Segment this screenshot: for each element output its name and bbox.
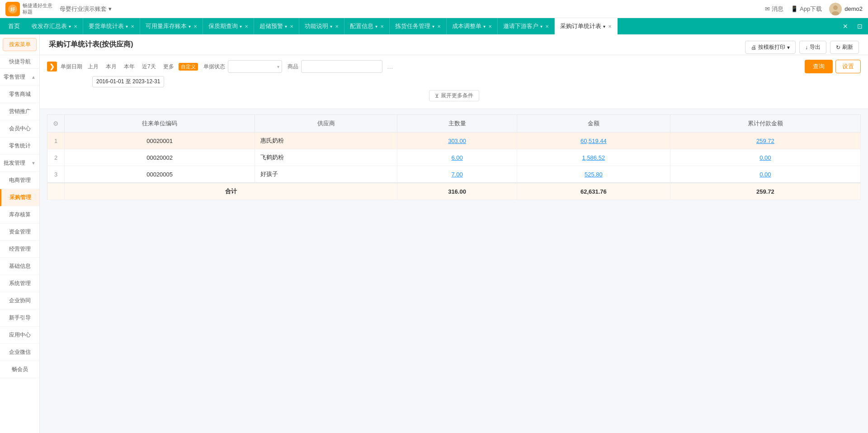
user-name: demo2 — [844, 5, 863, 12]
row-code-3: 00020005 — [65, 166, 255, 183]
filter-action-buttons: 查询 设置 — [805, 60, 861, 73]
nav-close-btn[interactable]: ✕ — [839, 20, 852, 33]
page-title: 采购订单统计表(按供应商) — [49, 40, 133, 49]
query-button[interactable]: 查询 — [805, 60, 833, 73]
workspace-selector[interactable]: 母婴行业演示账套 ▾ — [56, 3, 115, 15]
col-quantity: 主数量 — [397, 115, 517, 133]
data-table: ⚙ 往来单位编码 供应商 主数量 金额 — [47, 114, 861, 200]
sidebar-search-area: 搜索菜单 — [0, 34, 39, 55]
sidebar-item-kucun[interactable]: 库存核算 — [0, 206, 39, 224]
sidebar-item-pifa[interactable]: 批发管理 ▼ — [0, 155, 39, 172]
close-icon[interactable]: ✕ — [545, 24, 549, 29]
tab-peizhi[interactable]: 配置信息 ▾ ✕ — [344, 18, 390, 34]
tab-chaochuyujing[interactable]: 超储预警 ▾ ✕ — [254, 18, 299, 34]
goods-input[interactable] — [301, 60, 382, 73]
search-menu-button[interactable]: 搜索菜单 — [3, 38, 37, 51]
settings-button[interactable]: 设置 — [835, 60, 861, 73]
goods-more-icon[interactable]: … — [385, 63, 395, 70]
sidebar-item-qiyexietong[interactable]: 企业协同 — [0, 292, 39, 309]
close-icon[interactable]: ✕ — [380, 24, 384, 29]
tab-caigou-active[interactable]: 采购订单统计表 ▾ ✕ — [555, 18, 618, 34]
shortcut-7days[interactable]: 近7天 — [139, 62, 159, 71]
date-range-value[interactable]: 2016-01-01 至 2023-12-31 — [92, 76, 164, 87]
print-button[interactable]: 🖨 按模板打印 ▾ — [745, 41, 796, 54]
sidebar-item-qiyeweixin[interactable]: 企业微信 — [0, 344, 39, 361]
close-icon[interactable]: ✕ — [335, 24, 339, 29]
tab-yaoqing[interactable]: 邀请下游客户 ▾ ✕ — [498, 18, 555, 34]
message-button[interactable]: ✉ 消息 — [765, 5, 783, 13]
close-icon[interactable]: ✕ — [488, 24, 492, 29]
close-icon[interactable]: ✕ — [290, 24, 293, 29]
close-icon[interactable]: ✕ — [193, 24, 197, 29]
settings-col-icon[interactable]: ⚙ — [53, 120, 59, 127]
goods-filter-group: 商品 … — [288, 60, 395, 73]
tab-gongneng[interactable]: 功能说明 ▾ ✕ — [299, 18, 344, 34]
tab-chengben[interactable]: 成本调整单 ▾ ✕ — [447, 18, 498, 34]
table-row: 3 00020005 好孩子 7.00 525.80 0.00 — [47, 166, 861, 183]
print-dropdown-icon: ▾ — [787, 44, 790, 51]
sidebar-item-lingshoushanghcheng[interactable]: 零售商城 — [0, 86, 39, 103]
sidebar-item-xinshouyindao[interactable]: 新手引导 — [0, 309, 39, 327]
tab-arrow-icon: ▾ — [330, 24, 332, 29]
sidebar-item-dianshang[interactable]: 电商管理 — [0, 172, 39, 189]
close-icon[interactable]: ✕ — [245, 24, 248, 29]
table-row: 1 00020001 惠氏奶粉 303.00 60,519.44 259.72 — [47, 133, 861, 149]
content-area: 采购订单统计表(按供应商) 🖨 按模板打印 ▾ ↓ 导出 ↻ 刷新 — [40, 34, 868, 433]
date-label: 单据日期 — [61, 63, 82, 71]
tab-home[interactable]: 首页 — [2, 18, 26, 34]
table-footer-row: 合计 316.00 62,631.76 259.72 — [47, 183, 861, 200]
shortcut-last-month[interactable]: 上月 — [85, 62, 101, 71]
footer-empty — [47, 183, 65, 200]
user-profile[interactable]: demo2 — [829, 3, 863, 15]
tab-arrow-icon: ▾ — [540, 24, 542, 29]
sidebar-item-yingyongzhongxin[interactable]: 应用中心 — [0, 327, 39, 344]
tab-yaohuo[interactable]: 要货单统计表 ▾ ✕ — [83, 18, 140, 34]
close-icon[interactable]: ✕ — [608, 24, 612, 29]
sidebar-item-jichuxinxi[interactable]: 基础信息 — [0, 258, 39, 275]
filter-bar: ❯ 单据日期 上月 本月 本年 近7天 更多 自定义 — [40, 55, 868, 109]
sidebar-item-caigou[interactable]: 采购管理 — [0, 189, 39, 206]
status-label: 单据状态 — [203, 63, 225, 71]
shortcut-more[interactable]: 更多 — [160, 62, 177, 71]
row-quantity-2: 6.00 — [397, 149, 517, 166]
toggle-filter-button[interactable]: ❯ — [47, 62, 57, 71]
custom-badge[interactable]: 自定义 — [179, 63, 198, 71]
sidebar-item-jingying[interactable]: 经营管理 — [0, 241, 39, 258]
col-amount: 金额 — [517, 115, 670, 133]
close-icon[interactable]: ✕ — [437, 24, 441, 29]
top-bar-left: 好 畅捷通好生意 标题 母婴行业演示账套 ▾ — [5, 2, 115, 16]
export-button[interactable]: ↓ 导出 — [799, 41, 826, 54]
workspace-arrow-icon: ▾ — [108, 5, 112, 12]
sidebar-item-lingshoutongji[interactable]: 零售统计 — [0, 138, 39, 155]
sidebar-item-zijin[interactable]: 资金管理 — [0, 224, 39, 241]
status-filter-group: 单据状态 已审核 未审核 ▾ — [203, 60, 282, 73]
nav-restore-btn[interactable]: ⊡ — [854, 20, 866, 33]
tab-shoufacun[interactable]: 收发存汇总表 ▾ ✕ — [26, 18, 83, 34]
table-row: 2 00020002 飞鹤奶粉 6.00 1,586.52 0.00 — [47, 149, 861, 166]
quick-nav-button[interactable]: 快捷导航 — [0, 55, 39, 69]
status-select[interactable]: 已审核 未审核 — [228, 60, 282, 73]
row-num-2: 2 — [47, 149, 65, 166]
sidebar-item-yingxiao[interactable]: 营销推广 — [0, 103, 39, 120]
close-icon[interactable]: ✕ — [74, 24, 77, 29]
shortcut-this-month[interactable]: 本月 — [103, 62, 119, 71]
sidebar-item-lingshoupingl[interactable]: 零售管理 ▲ — [0, 69, 39, 86]
svg-point-3 — [833, 5, 838, 10]
tab-kuyongliang[interactable]: 可用量库存账本 ▾ ✕ — [140, 18, 203, 34]
goods-label: 商品 — [288, 63, 298, 71]
shortcut-this-year[interactable]: 本年 — [121, 62, 137, 71]
row-num-3: 3 — [47, 166, 65, 183]
refresh-button[interactable]: ↻ 刷新 — [830, 41, 859, 54]
sidebar-item-changhui[interactable]: 畅会员 — [0, 361, 39, 378]
sidebar-item-huiyuan[interactable]: 会员中心 — [0, 120, 39, 138]
row-paid-3: 0.00 — [670, 166, 860, 183]
tab-jianhuo[interactable]: 拣货任务管理 ▾ ✕ — [390, 18, 447, 34]
tab-baozhiqi[interactable]: 保质期查询 ▾ ✕ — [203, 18, 254, 34]
table-body: 1 00020001 惠氏奶粉 303.00 60,519.44 259.72 … — [47, 133, 861, 183]
svg-text:好: 好 — [10, 7, 15, 12]
sidebar-item-xitong[interactable]: 系统管理 — [0, 275, 39, 292]
app-download-button[interactable]: 📱 App下载 — [791, 5, 822, 13]
close-icon[interactable]: ✕ — [131, 24, 134, 29]
refresh-icon: ↻ — [836, 44, 840, 51]
expand-more-button[interactable]: ⊻ 展开更多条件 — [429, 90, 479, 101]
